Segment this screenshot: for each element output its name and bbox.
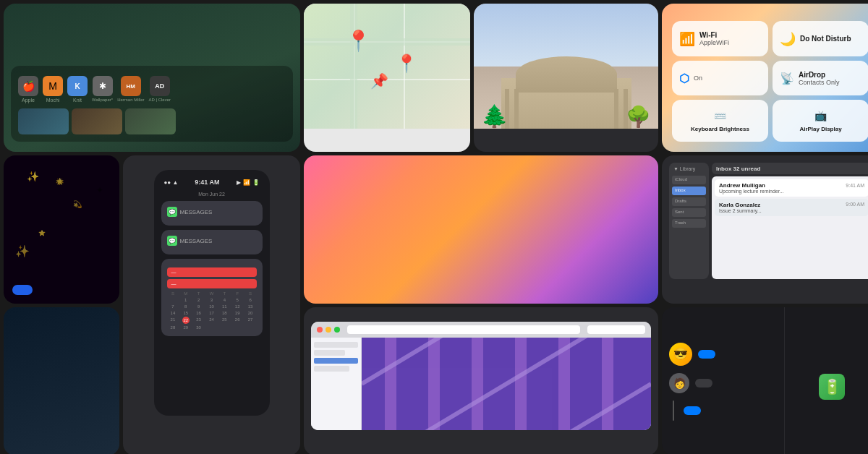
mail-item-2: Karla Gonzalez 9:00 AM Issue 2 summary..… [715,199,868,216]
app-sidebar-panel: ▼ Library iCloud Inbox Drafts Sent Trash [669,163,709,279]
finder-label: ▼ Library [672,166,706,171]
map-pin-orange: 📍 [346,29,371,53]
notif-app-name-2: MESSAGES [180,238,254,244]
browser-sidebar [311,338,362,430]
wifi-icon: 📶 [679,31,695,47]
browser-content-area [362,338,651,430]
notif-card-2: 💬 MESSAGES [161,230,263,254]
favicon-wallpaper: ✱ Wallpaper* [92,76,113,103]
cal-event-1: — [167,267,257,277]
sidebar-trash: Trash [672,219,706,228]
sidebar-drafts: Drafts [672,197,706,206]
memoji-bubble [698,350,715,359]
card-macos-hero [304,155,658,304]
mail-time-1: 9:41 AM [846,183,864,188]
messages-icon-1: 💬 [167,207,177,217]
message-effects-bubble [12,285,33,295]
notif-icons: ▶📶🔋 [237,179,260,186]
favicon-herman: HM Herman Miller [117,76,144,103]
inline-replies-row: 🧑 [669,373,777,393]
reading-item-1 [18,108,69,134]
favicon-ad: AD AD | Clever [148,76,171,103]
control-dnd: 🌙 Do Not Disturb [773,21,868,56]
bluetooth-sublabel: On [694,74,702,82]
cal-grid: SMTWTFS 123456 78910111213 1415161718192… [167,291,257,330]
bluetooth-icon: ⬡ [679,72,689,85]
favicon-mochi: M Mochi [43,76,63,103]
reading-item-2 [72,108,122,134]
traffic-light-yellow [326,327,331,333]
wifi-sublabel: AppleWiFi [699,39,729,46]
card-maps: 📍 📍 📌 [304,4,470,152]
browser-mockup [311,322,651,430]
imessage-features: 😎 🧑 [662,307,785,454]
dnd-icon: 🌙 [780,31,796,47]
keyboard-label: Keyboard Brightness [691,126,749,132]
battery-section: 🔋 [819,374,845,403]
battery-icon: 🔋 [819,374,845,400]
airdrop-sublabel: Contacts Only [799,79,840,86]
airplay-label: AirPlay Display [799,126,841,132]
notif-app-name-1: MESSAGES [180,209,254,215]
calendar-widget: — — SMTWTFS 123456 78910111213 141516171… [161,259,263,336]
airplay-icon: 📺 [814,110,827,121]
mail-sender-1: Andrew Mulligan [719,182,765,189]
map-pin-blue: 📌 [370,72,388,90]
inline-replies-bubble [695,379,712,387]
control-wifi: 📶 Wi-Fi AppleWiFi [672,21,768,56]
thread-line [669,401,678,421]
sidebar-icloud: iCloud [672,176,706,184]
favicon-knit: K Knit [67,76,88,103]
wifi-label: Wi-Fi [699,31,729,39]
avatar-2: 🧑 [669,373,689,393]
card-notification-center: ●● ▲ 9:41 AM ▶📶🔋 Mon Jun 22 💬 MESSAGES [123,155,300,454]
mail-time-2: 9:00 AM [846,202,864,208]
pinned-row [669,401,777,421]
mail-item-1: Andrew Mulligan 9:41 AM Upcoming lecture… [715,179,868,197]
effects-background: ✨ 💫 ⭐ ✦ ✨ 🌟 [4,155,119,304]
control-bluetooth: ⬡ On [672,61,768,95]
card-message-effects: ✨ 💫 ⭐ ✦ ✨ 🌟 [4,155,119,304]
control-airplay: 📺 AirPlay Display [773,100,868,142]
card-start-page: 🍎 Apple M Mochi K Knit ✱ Wallpaper* HM [4,4,300,152]
sidebar-inbox-active: Inbox [672,187,706,195]
card-app-design: ▼ Library iCloud Inbox Drafts Sent Trash… [662,155,868,304]
airdrop-label: AirDrop [799,71,840,79]
cal-event-2: — [167,279,257,288]
sidebar-sent: Sent [672,208,706,217]
card-look-around: 🌲 🌳 [474,4,658,152]
control-keyboard: ⌨️ Keyboard Brightness [672,100,768,142]
memoji-row: 😎 [669,343,777,366]
map-pin-green: 📍 [396,53,417,74]
card-website-translation [4,307,119,454]
card-website-previews [304,307,658,454]
mail-preview-1: Upcoming lecture reminder... [719,189,864,194]
notif-card-1: 💬 MESSAGES [161,201,263,226]
mail-sender-2: Karla Gonzalez [719,202,760,208]
mail-toolbar: Inbox 32 unread [712,163,868,174]
notif-date: Mon Jun 22 [161,192,263,197]
control-airdrop: 📡 AirDrop Contacts Only [773,61,868,95]
pinned-bubble [684,406,701,415]
notif-status: ●● ▲ [164,179,179,186]
notif-time: 9:41 AM [195,179,219,186]
faster-panel: 🔋 [785,307,868,454]
keyboard-icon: ⌨️ [714,110,726,121]
traffic-light-green [334,327,340,333]
card-row3-col5: 😎 🧑 🔋 [662,307,868,454]
card-control-center: 📶 Wi-Fi AppleWiFi 🌙 Do Not Disturb ⬡ On [662,4,868,152]
mail-list: Andrew Mulligan 9:41 AM Upcoming lecture… [712,176,868,279]
airdrop-icon: 📡 [780,72,794,85]
dnd-label: Do Not Disturb [800,35,851,43]
memoji-avatar: 😎 [669,343,692,366]
mail-preview-2: Issue 2 summary... [719,208,864,213]
messages-icon-2: 💬 [167,236,177,246]
favicon-apple: 🍎 Apple [18,76,38,103]
reading-item-3 [125,108,176,134]
traffic-light-red [317,327,323,333]
inbox-label: Inbox 32 unread [716,166,760,172]
